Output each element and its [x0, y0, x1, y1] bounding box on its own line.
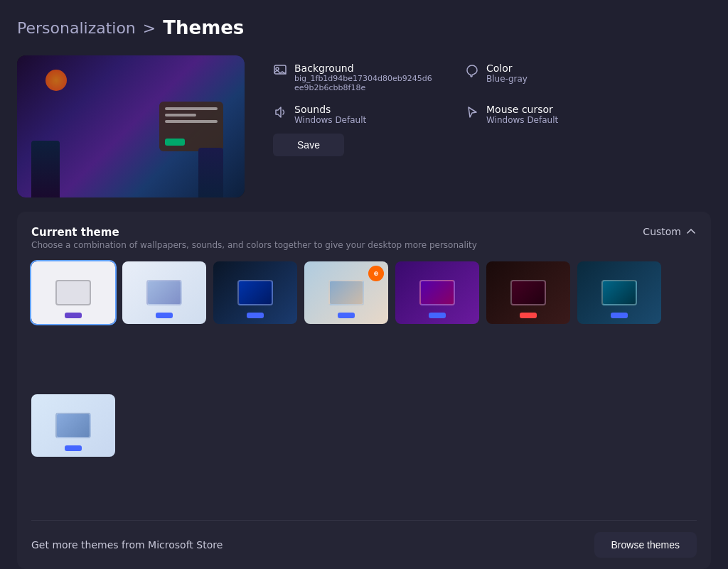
color-value: Blue-gray: [486, 74, 528, 84]
color-label: Color: [486, 63, 528, 74]
mouse-cursor-label: Mouse cursor: [486, 104, 558, 115]
theme-white-dot: [65, 313, 82, 318]
sounds-text: Sounds Windows Default: [294, 104, 366, 125]
theme-dark-floral-bg: [486, 261, 570, 324]
theme-tile-dark-blue[interactable]: [213, 261, 297, 324]
color-icon: [465, 64, 479, 78]
theme-blue-flower-inner: [146, 280, 182, 305]
theme-tile-blue-flower[interactable]: [122, 261, 206, 324]
themes-panel: Current theme Choose a combination of wa…: [17, 212, 711, 569]
save-button[interactable]: Save: [273, 134, 344, 156]
preview-btn: [165, 139, 185, 146]
mouse-cursor-icon: [465, 105, 479, 119]
chevron-up-icon: [685, 226, 697, 237]
theme-purple-dot: [429, 313, 446, 318]
theme-soft-blue-bg: [31, 394, 115, 457]
settings-page: Personalization > Themes: [0, 0, 728, 569]
theme-blue-flower-bg: [122, 261, 206, 324]
current-theme-value-area[interactable]: Custom: [643, 226, 697, 237]
theme-nature-inner: [328, 280, 364, 305]
color-text: Color Blue-gray: [486, 63, 528, 84]
bottom-bar: Get more themes from Microsoft Store Bro…: [31, 520, 697, 569]
sounds-label: Sounds: [294, 104, 366, 115]
sounds-icon: [273, 105, 287, 119]
current-theme-title: Current theme: [31, 226, 477, 239]
background-icon: [273, 64, 287, 78]
theme-white-inner: [55, 280, 91, 305]
breadcrumb-current: Themes: [163, 17, 244, 38]
breadcrumb-separator: >: [143, 19, 156, 37]
theme-dark-blue-dot: [247, 313, 264, 318]
sounds-value: Windows Default: [294, 115, 366, 125]
background-info[interactable]: Background big_1fb1d94be17304d80eb9245d6…: [273, 63, 437, 92]
preview-figure-left: [31, 141, 60, 197]
theme-info: Background big_1fb1d94be17304d80eb9245d6…: [273, 55, 628, 197]
current-theme-value: Custom: [643, 226, 681, 237]
browse-themes-button[interactable]: Browse themes: [594, 532, 697, 558]
theme-tile-soft-blue[interactable]: [31, 394, 115, 457]
theme-blue-flower-dot: [156, 313, 173, 318]
store-text: Get more themes from Microsoft Store: [31, 539, 223, 551]
preview-figure-right: [198, 148, 223, 197]
background-label: Background: [294, 63, 437, 74]
theme-ocean-inner: [601, 280, 637, 305]
theme-tile-ocean[interactable]: [577, 261, 661, 324]
info-grid: Background big_1fb1d94be17304d80eb9245d6…: [273, 63, 628, 125]
theme-dark-floral-dot: [520, 313, 537, 318]
theme-preview: [17, 55, 245, 197]
theme-ocean-dot: [611, 313, 628, 318]
theme-purple-bg: [395, 261, 479, 324]
theme-white-bg: [31, 261, 115, 324]
color-info[interactable]: Color Blue-gray: [465, 63, 628, 92]
theme-dark-blue-bg: [213, 261, 297, 324]
theme-tile-purple[interactable]: [395, 261, 479, 324]
current-theme-description: Choose a combination of wallpapers, soun…: [31, 240, 477, 250]
theme-soft-blue-dot: [65, 445, 82, 451]
breadcrumb: Personalization > Themes: [17, 17, 711, 38]
mouse-cursor-value: Windows Default: [486, 115, 558, 125]
sounds-info[interactable]: Sounds Windows Default: [273, 104, 437, 125]
theme-dark-blue-inner: [237, 280, 273, 305]
theme-tile-nature[interactable]: ⊕: [304, 261, 388, 324]
theme-tile-white[interactable]: [31, 261, 115, 324]
top-section: Background big_1fb1d94be17304d80eb9245d6…: [17, 55, 711, 197]
theme-tile-dark-floral[interactable]: [486, 261, 570, 324]
preview-line-2: [165, 114, 196, 116]
themes-grid: ⊕: [31, 261, 697, 520]
themes-header-left: Current theme Choose a combination of wa…: [31, 226, 477, 250]
background-value: big_1fb1d94be17304d80eb9245d6ee9b2b6cbb8…: [294, 74, 437, 92]
preview-window: [159, 102, 223, 151]
preview-line-1: [165, 107, 218, 110]
preview-line-3: [165, 120, 218, 123]
background-text: Background big_1fb1d94be17304d80eb9245d6…: [294, 63, 437, 92]
overwatch-badge: ⊕: [368, 266, 384, 281]
mouse-cursor-info[interactable]: Mouse cursor Windows Default: [465, 104, 628, 125]
theme-nature-dot: [338, 313, 355, 318]
breadcrumb-parent[interactable]: Personalization: [17, 19, 136, 37]
theme-ocean-bg: [577, 261, 661, 324]
preview-background: [17, 55, 245, 197]
preview-moon: [46, 70, 67, 91]
mouse-cursor-text: Mouse cursor Windows Default: [486, 104, 558, 125]
theme-purple-inner: [419, 280, 455, 305]
themes-panel-header: Current theme Choose a combination of wa…: [31, 226, 697, 250]
theme-soft-blue-inner: [55, 413, 91, 438]
theme-dark-floral-inner: [510, 280, 546, 305]
